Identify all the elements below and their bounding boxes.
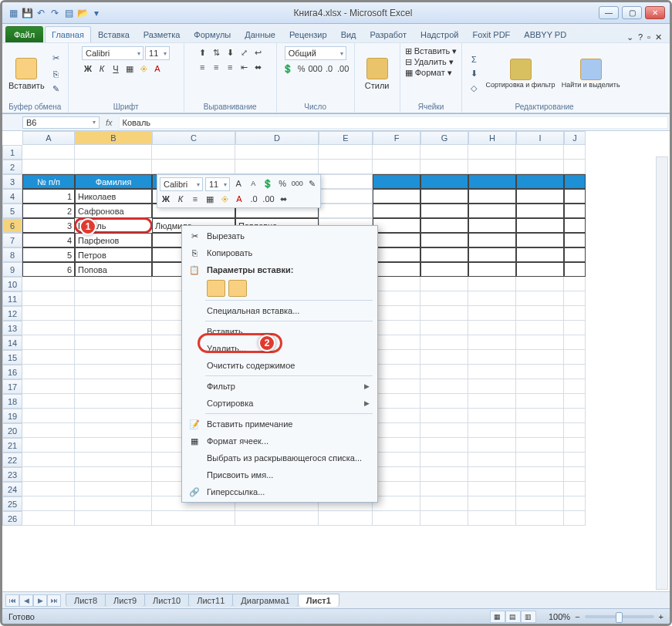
cut-icon[interactable]: ✂ <box>49 52 63 66</box>
font-color-icon[interactable]: A <box>151 62 164 75</box>
doc-close-icon[interactable]: ✕ <box>655 32 662 42</box>
currency-icon[interactable]: 💲 <box>282 62 294 75</box>
row-24[interactable]: 24 <box>2 482 22 496</box>
clear-icon[interactable]: ◇ <box>467 82 481 96</box>
row-14[interactable]: 14 <box>2 335 22 350</box>
vertical-scrollbar[interactable] <box>656 156 668 590</box>
font-name-combo[interactable]: Calibri <box>82 46 144 60</box>
new-icon[interactable]: ▤ <box>62 7 75 19</box>
row-19[interactable]: 19 <box>2 409 22 423</box>
paste-opt-1-icon[interactable] <box>207 280 225 297</box>
cells-insert[interactable]: ⊞ Вставить ▾ <box>405 46 458 56</box>
col-F[interactable]: F <box>373 131 420 145</box>
ctx-comment[interactable]: 📝Вставить примечание <box>184 416 376 432</box>
mini-border-icon[interactable]: ▦ <box>204 193 216 205</box>
row-5[interactable]: 5 <box>2 204 22 218</box>
row-25[interactable]: 25 <box>2 496 22 511</box>
tab-review[interactable]: Рецензир <box>282 26 334 42</box>
th-surname[interactable]: Фамилия <box>75 174 152 189</box>
underline-icon[interactable]: Ч <box>110 62 122 75</box>
mini-comma-icon[interactable]: 000 <box>291 177 303 190</box>
row-15[interactable]: 15 <box>2 350 22 365</box>
indent-dec-icon[interactable]: ⇤ <box>238 61 250 73</box>
row-18[interactable]: 18 <box>2 394 22 409</box>
th-num[interactable]: № п/п <box>22 174 75 189</box>
row-6[interactable]: 6 <box>2 218 22 233</box>
row-17[interactable]: 17 <box>2 379 22 394</box>
redo-icon[interactable]: ↷ <box>49 7 61 19</box>
tab-addins[interactable]: Надстрой <box>414 26 465 42</box>
align-center-icon[interactable]: ≡ <box>210 61 222 73</box>
cells-delete[interactable]: ⊟ Удалить ▾ <box>405 57 454 67</box>
align-left-icon[interactable]: ≡ <box>196 61 208 73</box>
mini-size-combo[interactable]: 11 <box>205 177 230 191</box>
ctx-copy[interactable]: ⎘Копировать <box>184 244 376 261</box>
ctx-cut[interactable]: ✂Вырезать <box>184 227 376 244</box>
sheet-first-icon[interactable]: ⏮ <box>5 594 19 607</box>
doc-restore-icon[interactable]: ▫ <box>647 32 650 42</box>
formula-input[interactable]: Коваль <box>119 116 668 129</box>
worksheet-grid[interactable]: A B C D E F G H I J 1 2 3№ п/пФамилия 41… <box>2 131 670 526</box>
row-23[interactable]: 23 <box>2 467 22 482</box>
minimize-button[interactable]: — <box>599 6 619 19</box>
sheet-tab[interactable]: Лист9 <box>105 594 145 607</box>
col-A[interactable]: A <box>22 131 75 145</box>
sheet-tab[interactable]: Диаграмма1 <box>232 594 298 607</box>
help-icon[interactable]: ? <box>638 32 643 42</box>
col-C[interactable]: C <box>152 131 235 145</box>
mini-fontcolor-icon[interactable]: A <box>233 193 245 205</box>
undo-icon[interactable]: ↶ <box>35 7 47 19</box>
tab-view[interactable]: Вид <box>334 26 363 42</box>
save-icon[interactable]: 💾 <box>21 7 33 19</box>
maximize-button[interactable]: ▢ <box>622 6 642 19</box>
tab-insert[interactable]: Вставка <box>91 26 137 42</box>
sheet-tab[interactable]: Лист11 <box>188 594 233 607</box>
wrap-icon[interactable]: ↩ <box>252 46 264 59</box>
font-size-combo[interactable]: 11 <box>145 46 170 60</box>
col-G[interactable]: G <box>420 131 468 145</box>
view-normal-icon[interactable]: ▦ <box>490 611 505 623</box>
sort-filter-button[interactable]: Сортировка и фильтр <box>484 57 556 90</box>
mini-painter-icon[interactable]: ✎ <box>306 177 318 190</box>
row-22[interactable]: 22 <box>2 453 22 467</box>
col-B[interactable]: B <box>75 131 152 145</box>
ctx-dropdown[interactable]: Выбрать из раскрывающегося списка... <box>184 449 376 466</box>
row-12[interactable]: 12 <box>2 306 22 321</box>
view-layout-icon[interactable]: ▤ <box>505 611 521 623</box>
row-21[interactable]: 21 <box>2 438 22 453</box>
tab-layout[interactable]: Разметка <box>137 26 187 42</box>
minimize-ribbon-icon[interactable]: ⌄ <box>626 32 633 42</box>
row-3[interactable]: 3 <box>2 174 22 189</box>
zoom-in-icon[interactable]: + <box>659 612 664 621</box>
mini-percent-icon[interactable]: % <box>276 177 289 190</box>
number-format-combo[interactable]: Общий <box>285 46 346 60</box>
col-J[interactable]: J <box>564 131 586 145</box>
mini-incdec-icon[interactable]: .0 <box>248 193 260 205</box>
autosum-icon[interactable]: Σ <box>467 52 481 66</box>
mini-shrink-icon[interactable]: A <box>247 177 259 190</box>
mini-grow-icon[interactable]: A <box>232 177 245 190</box>
fill-icon[interactable]: ⬇ <box>467 67 481 81</box>
paste-button[interactable]: Вставить <box>7 56 46 92</box>
view-break-icon[interactable]: ▥ <box>521 611 536 623</box>
mini-italic-icon[interactable]: К <box>174 193 187 205</box>
fx-icon[interactable]: fx <box>106 118 113 127</box>
row-16[interactable]: 16 <box>2 365 22 379</box>
ctx-define-name[interactable]: Присвоить имя... <box>184 466 376 483</box>
ctx-paste-special[interactable]: Специальная вставка... <box>184 302 376 319</box>
align-bot-icon[interactable]: ⬇ <box>224 46 236 59</box>
tab-formulas[interactable]: Формулы <box>187 26 238 42</box>
fill-color-icon[interactable]: 🞚 <box>137 62 150 75</box>
zoom-out-icon[interactable]: − <box>575 612 579 621</box>
percent-icon[interactable]: % <box>295 62 308 75</box>
sheet-tab[interactable]: Лист10 <box>144 594 189 607</box>
zoom-slider[interactable] <box>585 615 654 618</box>
close-button[interactable]: ✕ <box>645 6 665 19</box>
ctx-sort[interactable]: Сортировка▶ <box>184 395 376 412</box>
paste-opt-2-icon[interactable] <box>228 280 247 297</box>
tab-dev[interactable]: Разработ <box>363 26 414 42</box>
row-4[interactable]: 4 <box>2 189 22 204</box>
row-8[interactable]: 8 <box>2 247 22 262</box>
row-9[interactable]: 9 <box>2 262 22 277</box>
align-top-icon[interactable]: ⬆ <box>196 46 208 59</box>
